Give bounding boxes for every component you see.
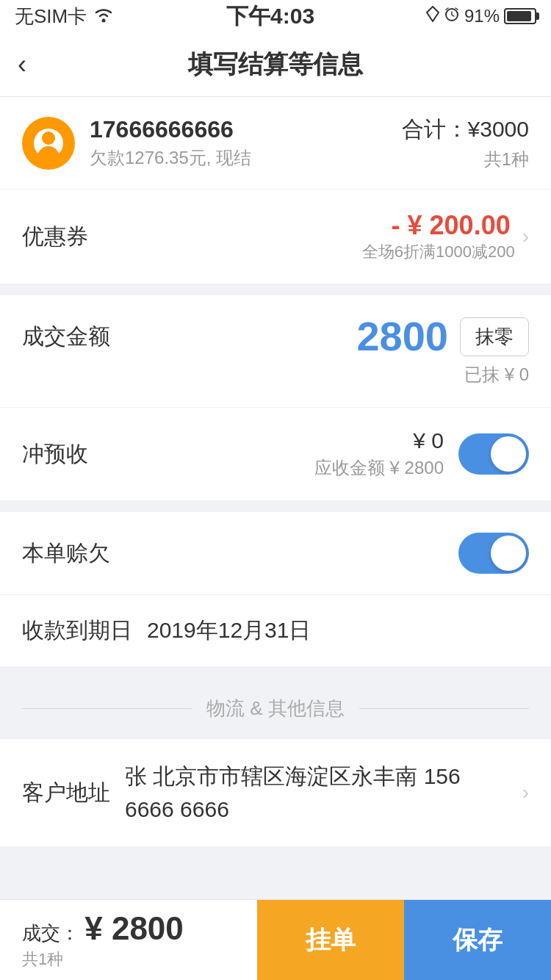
bottom-bar: 成交： ¥ 2800 共1种 挂单 保存 — [0, 899, 551, 980]
status-left: 无SIM卡 — [15, 4, 115, 29]
prepay-receivable: 应收金额 ¥ 2800 — [314, 456, 444, 480]
deal-row: 成交金额 2800 抹零 — [22, 316, 529, 357]
svg-point-0 — [102, 18, 106, 22]
address-row[interactable]: 客户地址 张 北京市市辖区海淀区永丰南 156 6666 6666 › — [22, 760, 529, 826]
round-button[interactable]: 抹零 — [460, 317, 529, 356]
user-debt: 欠款1276.35元, 现结 — [90, 146, 402, 170]
user-row: 17666666666 欠款1276.35元, 现结 合计：¥3000 共1种 — [0, 97, 551, 190]
prepay-section: 冲预收 ¥ 0 应收金额 ¥ 2800 — [0, 407, 551, 500]
bottom-deal-amount: ¥ 2800 — [84, 910, 184, 946]
total-amount: 合计：¥3000 — [402, 115, 529, 145]
prepay-toggle[interactable] — [458, 433, 529, 475]
coupon-amount: - ¥ 200.00 — [392, 210, 511, 241]
writeoff-toggle[interactable] — [458, 533, 529, 574]
hold-button[interactable]: 挂单 — [257, 900, 404, 981]
location-icon — [426, 6, 439, 26]
coupon-label: 优惠券 — [22, 222, 362, 252]
receivable-amount: ¥ 2800 — [390, 458, 444, 478]
coupon-info: - ¥ 200.00 全场6折满1000减200 — [362, 210, 515, 263]
coupon-row[interactable]: 优惠券 - ¥ 200.00 全场6折满1000减200 › — [0, 190, 551, 284]
user-phone: 17666666666 — [90, 116, 402, 143]
carrier-text: 无SIM卡 — [15, 4, 87, 29]
logistics-divider: 物流 & 其他信息 — [0, 678, 551, 739]
writeoff-label: 本单赊欠 — [22, 538, 110, 569]
total-count: 共1种 — [402, 148, 529, 171]
prepay-amount: ¥ 0 — [314, 428, 444, 453]
avatar — [22, 117, 75, 170]
deal-label: 成交金额 — [22, 322, 110, 352]
address-label: 客户地址 — [22, 778, 110, 808]
coupon-desc: 全场6折满1000减200 — [362, 241, 515, 263]
address-arrow-icon: › — [522, 781, 529, 804]
receivable-label: 应收金额 — [314, 458, 385, 478]
nav-bar: ‹ 填写结算等信息 — [0, 32, 551, 97]
save-button[interactable]: 保存 — [404, 900, 551, 981]
back-button[interactable]: ‹ — [18, 49, 26, 80]
writeoff-row: 本单赊欠 — [22, 533, 529, 574]
prepay-right: ¥ 0 应收金额 ¥ 2800 — [314, 428, 529, 480]
deal-sub: 已抹 ¥ 0 — [22, 363, 529, 386]
duedate-section: 收款到期日 2019年12月31日 — [0, 594, 551, 666]
duedate-row: 收款到期日 2019年12月31日 — [22, 616, 529, 646]
deal-amount: 2800 — [356, 316, 448, 357]
main-content: 17666666666 欠款1276.35元, 现结 合计：¥3000 共1种 … — [0, 97, 551, 980]
writeoff-section: 本单赊欠 — [0, 512, 551, 594]
writeoff-toggle-knob — [491, 536, 526, 571]
divider-line-left — [22, 708, 192, 709]
status-right: 91% — [426, 6, 536, 26]
bottom-deal-label: 成交： ¥ 2800 — [22, 910, 235, 947]
wifi-icon — [93, 5, 115, 28]
page-title: 填写结算等信息 — [188, 48, 363, 82]
duedate-value: 2019年12月31日 — [147, 616, 311, 646]
prepay-amount-block: ¥ 0 应收金额 ¥ 2800 — [314, 428, 444, 480]
battery-icon — [504, 8, 536, 24]
status-bar: 无SIM卡 下午4:03 91% — [0, 0, 551, 32]
prepay-row: 冲预收 ¥ 0 应收金额 ¥ 2800 — [22, 428, 529, 480]
user-info: 17666666666 欠款1276.35元, 现结 — [90, 116, 402, 170]
coupon-arrow-icon: › — [522, 225, 529, 248]
total-label: 合计： — [402, 117, 468, 141]
address-card: 客户地址 张 北京市市辖区海淀区永丰南 156 6666 6666 › — [0, 739, 551, 846]
alarm-icon — [444, 6, 460, 26]
bottom-deal-text: 成交： — [22, 922, 79, 944]
total-value: ¥3000 — [468, 117, 529, 141]
logistics-label: 物流 & 其他信息 — [192, 696, 359, 721]
duedate-label: 收款到期日 — [22, 616, 132, 646]
prepay-label: 冲预收 — [22, 439, 88, 469]
deal-section: 成交金额 2800 抹零 已抹 ¥ 0 — [0, 295, 551, 407]
battery-percent: 91% — [464, 6, 500, 26]
deal-right: 2800 抹零 — [356, 316, 529, 357]
address-section: 客户地址 张 北京市市辖区海淀区永丰南 156 6666 6666 › — [0, 739, 551, 846]
bottom-info: 成交： ¥ 2800 共1种 — [0, 910, 257, 970]
avatar-icon — [34, 129, 63, 158]
toggle-knob — [491, 436, 526, 472]
user-info-card: 17666666666 欠款1276.35元, 现结 合计：¥3000 共1种 … — [0, 97, 551, 284]
status-time: 下午4:03 — [226, 1, 314, 32]
bottom-count: 共1种 — [22, 948, 235, 970]
deal-card: 成交金额 2800 抹零 已抹 ¥ 0 冲预收 ¥ 0 应收金额 ¥ 2800 — [0, 295, 551, 500]
divider-line-right — [359, 708, 529, 709]
address-value: 张 北京市市辖区海淀区永丰南 156 6666 6666 — [125, 760, 515, 826]
writeoff-card: 本单赊欠 收款到期日 2019年12月31日 — [0, 512, 551, 666]
user-total: 合计：¥3000 共1种 — [402, 115, 529, 171]
